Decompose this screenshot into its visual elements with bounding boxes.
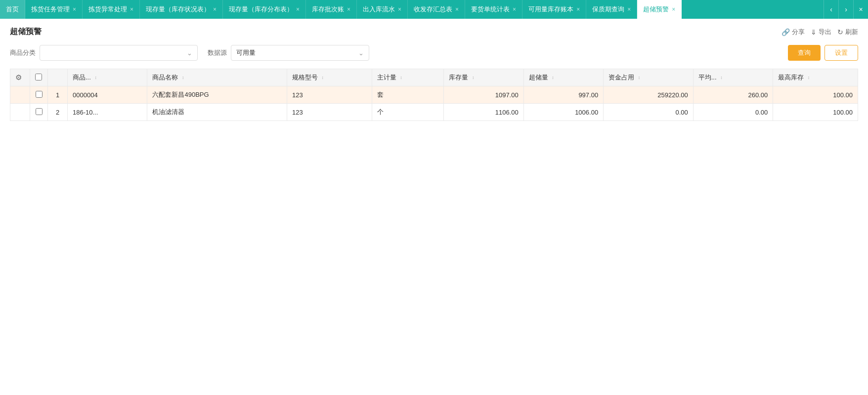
nav-overstock[interactable]: 超储预警 × (637, 0, 682, 19)
close-batch-account[interactable]: × (347, 6, 350, 13)
row-code: 0000004 (68, 86, 147, 104)
nav-close-arrow[interactable]: × (853, 0, 868, 19)
row-checkbox-1[interactable] (36, 91, 43, 98)
table-col-checkbox (30, 69, 48, 86)
nav-inventory-status[interactable]: 现存量（库存状况表） × (140, 0, 223, 19)
settings-button[interactable]: 设置 (825, 45, 858, 61)
row-name: 机油滤清器 (147, 104, 287, 121)
sort-icon-maxstock: ↕ (808, 76, 810, 80)
refresh-icon: ↻ (837, 28, 843, 36)
sort-icon-stock: ↕ (472, 76, 475, 80)
category-filter: 商品分类 ⌄ (10, 45, 198, 61)
close-exception[interactable]: × (130, 6, 133, 13)
row-spec: 123 (287, 104, 372, 121)
table-col-avg[interactable]: 平均... ↕ (693, 69, 773, 86)
row-settings-cell (10, 86, 30, 104)
close-flow[interactable]: × (398, 6, 401, 13)
close-inventory-status[interactable]: × (213, 6, 217, 13)
table-col-overstock[interactable]: 超储量 ↕ (523, 69, 603, 86)
nav-task-mgmt[interactable]: 拣货任务管理 × (25, 0, 83, 19)
nav-summary[interactable]: 收发存汇总表 × (408, 0, 465, 19)
close-summary[interactable]: × (455, 6, 459, 13)
close-task-mgmt[interactable]: × (73, 6, 76, 13)
table-col-code[interactable]: 商品... ↕ (68, 69, 147, 86)
row-capital: 259220.00 (604, 86, 694, 104)
row-name: 六配套新昌490BPG (147, 86, 287, 104)
sort-icon-avg: ↕ (720, 76, 723, 80)
select-all-checkbox[interactable] (35, 74, 42, 80)
row-maxstock: 100.00 (773, 104, 858, 121)
refresh-action[interactable]: ↻ 刷新 (837, 28, 858, 37)
nav-inventory-dist[interactable]: 现存量（库存分布表） × (223, 0, 306, 19)
table-col-capital[interactable]: 资金占用 ↕ (604, 69, 694, 86)
close-expiry[interactable]: × (627, 6, 631, 13)
row-checkbox-2[interactable] (36, 108, 43, 115)
datasource-label: 数据源 (208, 48, 227, 57)
chevron-down-icon-2: ⌄ (358, 49, 364, 57)
top-navigation: 首页 拣货任务管理 × 拣货异常处理 × 现存量（库存状况表） × 现存量（库存… (0, 0, 868, 19)
row-code: 186-10... (68, 104, 147, 121)
nav-available-account[interactable]: 可用量库存账本 × (522, 0, 586, 19)
table-row: 1 0000004 六配套新昌490BPG 123 套 1097.00 997.… (10, 86, 858, 104)
row-unit: 个 (372, 104, 444, 121)
page-header: 超储预警 🔗 分享 ⇓ 导出 ↻ 刷新 (10, 27, 858, 37)
table-body: 1 0000004 六配套新昌490BPG 123 套 1097.00 997.… (10, 86, 858, 121)
page-content: 超储预警 🔗 分享 ⇓ 导出 ↻ 刷新 商品分类 ⌄ 数据源 (0, 19, 868, 395)
table-col-unit[interactable]: 主计量 ↕ (372, 69, 444, 86)
nav-prev-arrow[interactable]: ‹ (824, 0, 838, 19)
row-overstock: 997.00 (523, 86, 603, 104)
data-table: ⚙ 商品... ↕ 商品名称 ↕ 规格型号 ↕ 主计量 (10, 69, 858, 121)
nav-arrows: ‹ › × (824, 0, 868, 19)
row-stock: 1106.00 (444, 104, 523, 121)
table-col-name[interactable]: 商品名称 ↕ (147, 69, 287, 86)
sort-icon-capital: ↕ (638, 76, 641, 80)
table-col-stock[interactable]: 库存量 ↕ (444, 69, 523, 86)
table-col-settings: ⚙ (10, 69, 30, 86)
filter-row: 商品分类 ⌄ 数据源 可用量 ⌄ 查询 设置 (10, 45, 858, 61)
nav-flow[interactable]: 出入库流水 × (357, 0, 408, 19)
page-title: 超储预警 (10, 27, 42, 37)
nav-expiry[interactable]: 保质期查询 × (586, 0, 637, 19)
row-checkbox-cell (30, 86, 48, 104)
nav-home[interactable]: 首页 (0, 0, 25, 19)
table-col-spec[interactable]: 规格型号 ↕ (287, 69, 372, 86)
column-settings-icon[interactable]: ⚙ (15, 73, 22, 81)
row-overstock: 1006.00 (523, 104, 603, 121)
nav-batch-account[interactable]: 库存批次账 × (306, 0, 357, 19)
category-select[interactable]: ⌄ (40, 45, 198, 61)
share-icon: 🔗 (781, 28, 790, 36)
datasource-select-value: 可用量 (236, 48, 256, 57)
sort-icon-unit: ↕ (400, 76, 402, 80)
export-icon: ⇓ (811, 28, 817, 36)
sort-icon-code: ↕ (94, 76, 97, 80)
query-button[interactable]: 查询 (788, 45, 821, 61)
page-actions: 🔗 分享 ⇓ 导出 ↻ 刷新 (781, 28, 858, 37)
table-row: 2 186-10... 机油滤清器 123 个 1106.00 1006.00 … (10, 104, 858, 121)
table-col-rownum (48, 69, 68, 86)
share-action[interactable]: 🔗 分享 (781, 28, 805, 37)
chevron-down-icon: ⌄ (187, 49, 192, 57)
row-settings-cell (10, 104, 30, 121)
nav-exception[interactable]: 拣货异常处理 × (83, 0, 140, 19)
nav-next-arrow[interactable]: › (838, 0, 853, 19)
filter-buttons: 查询 设置 (788, 45, 858, 61)
row-avg: 0.00 (693, 104, 773, 121)
close-inventory-dist[interactable]: × (296, 6, 300, 13)
category-label: 商品分类 (10, 48, 36, 57)
row-num: 1 (48, 86, 68, 104)
table-header: ⚙ 商品... ↕ 商品名称 ↕ 规格型号 ↕ 主计量 (10, 69, 858, 86)
row-avg: 260.00 (693, 86, 773, 104)
close-overstock[interactable]: × (672, 6, 675, 13)
nav-order-stats[interactable]: 要货单统计表 × (465, 0, 522, 19)
row-num: 2 (48, 104, 68, 121)
table-col-maxstock[interactable]: 最高库存 ↕ (773, 69, 858, 86)
row-stock: 1097.00 (444, 86, 523, 104)
export-action[interactable]: ⇓ 导出 (811, 28, 831, 37)
datasource-select[interactable]: 可用量 ⌄ (231, 45, 369, 61)
sort-icon-overstock: ↕ (552, 76, 554, 80)
row-capital: 0.00 (604, 104, 694, 121)
close-available-account[interactable]: × (576, 6, 580, 13)
row-unit: 套 (372, 86, 444, 104)
row-maxstock: 100.00 (773, 86, 858, 104)
close-order-stats[interactable]: × (513, 6, 516, 13)
